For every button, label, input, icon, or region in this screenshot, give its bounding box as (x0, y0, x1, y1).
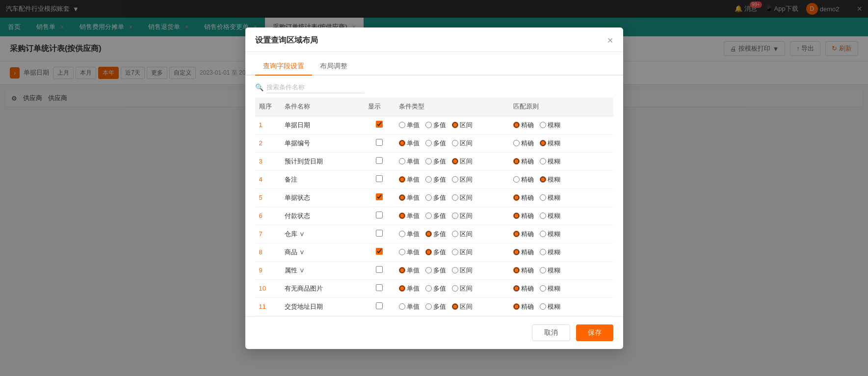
th-order: 顺序 (255, 97, 281, 113)
dialog-table-container: 顺序 条件名称 显示 条件类型 匹配原则 1单据日期单值多值区间精确模糊2单据编… (245, 97, 623, 113)
search-input[interactable] (266, 81, 365, 93)
dialog-close-button[interactable]: × (607, 35, 613, 45)
dialog-overlay: 设置查询区域布局 × 查询字段设置 布局调整 🔍 顺序 条件名称 (0, 0, 868, 112)
dialog-tab-layout-label: 布局调整 (320, 62, 347, 70)
dialog-header: 设置查询区域布局 × (245, 27, 623, 52)
dialog-tabs: 查询字段设置 布局调整 (245, 52, 623, 76)
search-box: 🔍 (245, 76, 623, 97)
settings-dialog: 设置查询区域布局 × 查询字段设置 布局调整 🔍 顺序 条件名称 (245, 27, 623, 113)
table-header-row: 顺序 条件名称 显示 条件类型 匹配原则 (255, 97, 613, 113)
th-type: 条件类型 (395, 97, 509, 113)
conditions-table: 顺序 条件名称 显示 条件类型 匹配原则 1单据日期单值多值区间精确模糊2单据编… (255, 97, 613, 113)
dialog-tab-layout[interactable]: 布局调整 (312, 58, 355, 76)
dialog-tab-query-fields[interactable]: 查询字段设置 (255, 58, 312, 76)
dialog-tab-query-label: 查询字段设置 (263, 62, 304, 70)
th-name: 条件名称 (281, 97, 364, 113)
th-match: 匹配原则 (509, 97, 613, 113)
th-show: 显示 (364, 97, 395, 113)
dialog-title: 设置查询区域布局 (255, 35, 318, 46)
search-icon: 🔍 (255, 83, 263, 91)
